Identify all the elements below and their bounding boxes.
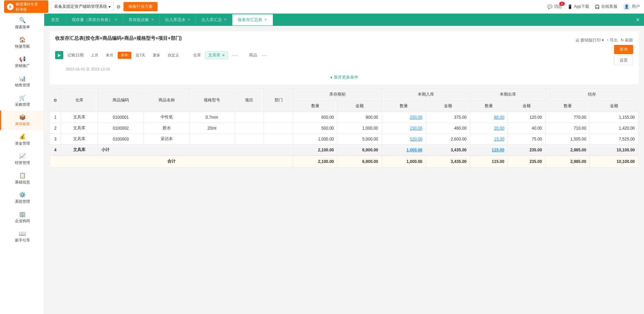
row-in-amt: 375.00: [426, 112, 470, 123]
logo-text: 畅捷通好生意 标准版: [16, 2, 38, 12]
expand-conditions-button[interactable]: ▾ 展开更多条件: [55, 75, 633, 80]
col-opening-amt-header: 金额: [337, 100, 382, 112]
sidebar-item-quick-nav[interactable]: 🏠 快捷导航: [0, 33, 44, 52]
sidebar-item-guide[interactable]: 📖 新手引导: [0, 227, 44, 246]
sidebar-item-search[interactable]: 🔍 搜索菜单: [0, 14, 44, 33]
date-btn-more[interactable]: 更多: [150, 52, 163, 59]
row-close-amt: 1,155.00: [590, 112, 639, 123]
tab-close-summary[interactable]: ✕: [224, 18, 227, 21]
row-seq: 3: [50, 134, 61, 145]
tab-recv-send[interactable]: 收发存汇总表 ✕: [232, 14, 273, 26]
user-button[interactable]: 👤 用户: [623, 3, 640, 11]
logo-area[interactable]: 6 畅捷通好生意 标准版: [4, 0, 48, 13]
tab-close-batch[interactable]: ✕: [151, 18, 154, 21]
main-layout: 🔍 搜索菜单 🏠 快捷导航 📢 营销推广 📊 销售管理 🛒 采购管理 📦 库存核…: [0, 14, 644, 314]
row-open-qty: 600.00: [293, 112, 337, 123]
row-project: [234, 134, 264, 145]
filter-expand-arrow[interactable]: ▶: [55, 51, 63, 59]
print-button[interactable]: 🖨 拨销版打印 ▾: [575, 37, 604, 43]
online-service-button[interactable]: 🎧 在线客服: [595, 4, 617, 10]
export-icon: ↑: [607, 38, 609, 43]
base-info-icon: 📋: [19, 172, 26, 179]
row-in-qty[interactable]: 230.00: [382, 123, 426, 134]
row-goods-name: 中性笔: [144, 112, 189, 123]
col-closing-header: 结存: [546, 89, 639, 100]
sidebar-item-purchase[interactable]: 🛒 采购管理: [0, 91, 44, 111]
col-goods-name-header: 商品名称: [144, 89, 189, 112]
page-title: 收发存汇总表(按仓库+商品编码+商品+规格型号+项目+部门): [55, 35, 182, 42]
row-close-qty: 1,505.00: [546, 134, 590, 145]
message-button[interactable]: 💬 消息 6: [547, 4, 562, 10]
goods-more-button[interactable]: ···: [261, 52, 267, 58]
sidebar-item-marketing[interactable]: 📢 营销推广: [0, 52, 44, 72]
subtotal-in-qty[interactable]: 1,000.00: [382, 145, 426, 156]
top-bar: 6 畅捷通好生意 标准版 装备及固定资产辅助管理系统 ▾ ⚙ 体验行业方案 💬 …: [0, 0, 644, 14]
tab-close-flow[interactable]: ✕: [187, 18, 190, 21]
page-header: 收发存汇总表(按仓库+商品编码+商品+规格型号+项目+部门) 🖨 拨销版打印 ▾…: [50, 31, 639, 84]
sidebar-item-enterprise[interactable]: 🏢 企业协同: [0, 208, 44, 227]
query-button[interactable]: 查询: [614, 45, 633, 54]
date-btn-this-year[interactable]: 本年: [118, 52, 131, 59]
sidebar-item-inventory[interactable]: 📦 库存核算: [0, 111, 44, 130]
row-goods-spec: [189, 134, 234, 145]
goods-filter-label: 商品: [249, 52, 257, 58]
row-open-qty: 1,000.00: [293, 134, 337, 145]
row-out-amt: 40.00: [508, 123, 546, 134]
refresh-icon: ↻: [621, 38, 624, 43]
date-btn-this-month[interactable]: 本月: [103, 52, 116, 59]
app-download-button[interactable]: 📱 App下载: [567, 4, 589, 10]
total-row: 合计 2,100.00 6,900.00 1,000.00 3,435.00 1…: [50, 155, 639, 167]
refresh-button[interactable]: ↻ 刷新: [621, 37, 633, 43]
row-out-qty[interactable]: 80.00: [470, 112, 508, 123]
tab-batch[interactable]: 库存批次账 ✕: [123, 14, 160, 26]
tab-close-recv-send[interactable]: ✕: [264, 18, 267, 21]
experience-button[interactable]: 体验行业方案: [123, 2, 158, 11]
sidebar-item-system[interactable]: ⚙️ 系统管理: [0, 188, 44, 208]
date-btn-last-month[interactable]: 上月: [88, 52, 101, 59]
tab-bar: 首页 现存量（库存分布表） ✕ 库存批次账 ✕ 出入库流水 ✕ 出入库汇总 ✕ …: [44, 14, 644, 26]
system-title-dropdown[interactable]: 装备及固定资产辅助管理系统 ▾: [51, 2, 114, 11]
col-settings-header[interactable]: ⚙: [50, 89, 61, 112]
sidebar-item-finance[interactable]: 💰 资金管理: [0, 130, 44, 149]
tab-flow[interactable]: 出入库流水 ✕: [160, 14, 196, 26]
sidebar-item-base-info[interactable]: 📋 基础信息: [0, 169, 44, 188]
tab-close-inventory-dist[interactable]: ✕: [115, 18, 117, 21]
warehouse-tag-close[interactable]: ✕: [222, 53, 225, 57]
row-out-qty[interactable]: 15.00: [470, 134, 508, 145]
row-in-qty[interactable]: 520.00: [382, 134, 426, 145]
row-in-qty[interactable]: 250.00: [382, 112, 426, 123]
row-open-qty: 500.00: [293, 123, 337, 134]
page-header-actions: 🖨 拨销版打印 ▾ ↑ 导出 ↻ 刷新: [575, 37, 633, 43]
sidebar-item-operations[interactable]: 📈 经营管理: [0, 149, 44, 169]
total-out-amt: 235.00: [508, 155, 546, 167]
export-button[interactable]: ↑ 导出: [607, 37, 618, 43]
warehouse-more-button[interactable]: ···: [232, 52, 238, 58]
guide-icon: 📖: [19, 230, 26, 237]
row-warehouse: 文具库: [61, 112, 98, 123]
tab-bar-close-button[interactable]: ✕: [632, 14, 644, 25]
subtotal-open-qty: 2,100.00: [293, 145, 337, 156]
settings-icon[interactable]: ⚙: [116, 4, 121, 10]
row-warehouse: 文具库: [61, 134, 98, 145]
date-filter-buttons: 上月 本月 本年 近7天 更多 自定义: [88, 52, 182, 59]
date-btn-custom[interactable]: 自定义: [165, 52, 182, 59]
sidebar-item-sales[interactable]: 📊 销售管理: [0, 72, 44, 91]
row-goods-spec: 0.7mm: [189, 112, 234, 123]
tab-home[interactable]: 首页: [44, 14, 66, 26]
row-goods-code: 0100003: [98, 134, 144, 145]
row-open-amt: 900.00: [337, 112, 382, 123]
tab-summary[interactable]: 出入库汇总 ✕: [196, 14, 232, 26]
total-close-amt: 10,100.00: [590, 155, 639, 167]
tab-inventory-dist[interactable]: 现存量（库存分布表） ✕: [66, 14, 123, 26]
chevron-down-icon: ▾: [602, 38, 604, 43]
subtotal-out-qty[interactable]: 115.00: [470, 145, 508, 156]
row-dept: [264, 134, 293, 145]
row-project: [234, 123, 264, 134]
subtotal-open-amt: 6,900.00: [337, 145, 382, 156]
filter-settings-button[interactable]: 设置: [614, 55, 633, 65]
row-out-amt: 75.00: [508, 134, 546, 145]
row-out-qty[interactable]: 20.00: [470, 123, 508, 134]
date-btn-7days[interactable]: 近7天: [133, 52, 148, 59]
table-row: 2 文具库 0100002 胶水 20ml 500.00 1,000.00 23…: [50, 123, 639, 134]
col-out-amt-header: 金额: [508, 100, 546, 112]
